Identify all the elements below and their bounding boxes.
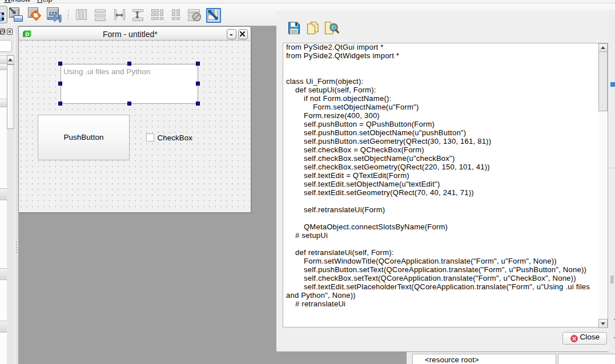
svg-text:D: D	[25, 31, 29, 37]
